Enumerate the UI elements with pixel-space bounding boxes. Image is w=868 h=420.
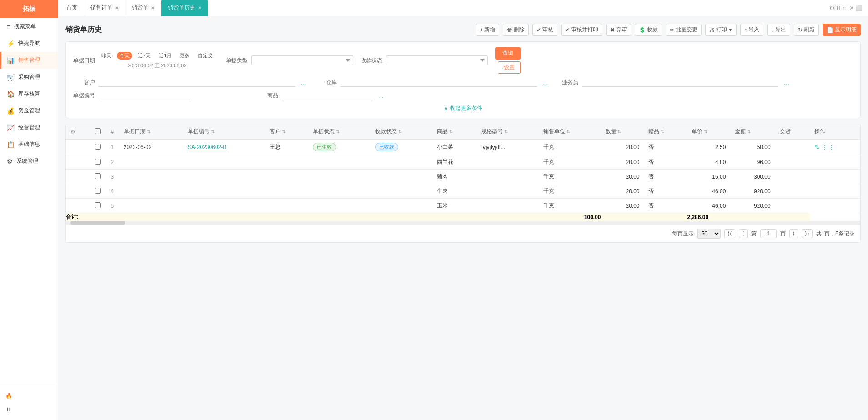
date-tab-more[interactable]: 更多 <box>177 52 192 60</box>
warehouse-input[interactable] <box>341 78 537 87</box>
row-select-checkbox[interactable] <box>95 188 101 194</box>
row-select-checkbox[interactable] <box>95 202 101 208</box>
tab-sales-order[interactable]: 销售订单 ✕ <box>84 0 125 16</box>
row-checkbox[interactable] <box>90 155 105 170</box>
th-doc-date[interactable]: 单据日期 <box>119 124 183 140</box>
query-button[interactable]: 查询 <box>495 47 521 60</box>
th-unit[interactable]: 销售单位 <box>539 124 601 140</box>
th-spec[interactable]: 规格型号 <box>477 124 539 140</box>
window-close-icon[interactable]: ✕ <box>849 5 854 11</box>
th-checkbox[interactable] <box>90 124 105 140</box>
date-tab-today[interactable]: 今天 <box>117 52 132 60</box>
sidebar-item-basic-info[interactable]: 📋 基础信息 <box>0 136 58 153</box>
payment-status-select[interactable] <box>386 55 488 65</box>
sidebar-item-inventory[interactable]: 🏠 库存核算 <box>0 85 58 102</box>
scrollbar-thumb[interactable] <box>70 221 125 225</box>
first-page-btn[interactable]: ⟨⟨ <box>724 229 735 238</box>
next-page-btn[interactable]: ⟩ <box>789 229 798 238</box>
tab-home[interactable]: 首页 <box>60 0 84 16</box>
doc-type-select[interactable] <box>251 55 353 65</box>
row-doc-no[interactable] <box>183 170 265 184</box>
row-doc-no[interactable] <box>183 155 265 170</box>
audit-button[interactable]: ✔ 审核 <box>532 24 557 36</box>
edit-icon[interactable]: ✎ <box>814 144 820 151</box>
filter-collapse-btn[interactable]: ∧ 收起更多条件 <box>73 105 853 112</box>
row-doc-no[interactable]: SA-20230602-0 <box>183 140 265 155</box>
date-tab-yesterday[interactable]: 昨天 <box>99 52 114 60</box>
tab-sales-order-close[interactable]: ✕ <box>115 5 119 10</box>
tab-sales-history[interactable]: 销货单历史 ✕ <box>161 0 208 16</box>
row-num: 2 <box>105 155 119 170</box>
new-button[interactable]: + 新增 <box>476 24 499 36</box>
goods-input[interactable] <box>282 91 373 100</box>
sidebar-bottom-pause[interactable]: ⏸ <box>0 403 58 416</box>
sidebar-item-operations[interactable]: 📈 经营管理 <box>0 119 58 136</box>
customer-input[interactable] <box>99 78 295 87</box>
sidebar-item-purchase-mgmt[interactable]: 🛒 采购管理 <box>0 69 58 85</box>
tab-sales-history-close[interactable]: ✕ <box>198 5 201 10</box>
batch-change-button[interactable]: ✏ 批量变更 <box>666 24 702 36</box>
sidebar-bottom-fire[interactable]: 🔥 <box>0 389 58 403</box>
warehouse-ellipsis[interactable]: ... <box>541 79 550 86</box>
sidebar-item-quick-nav[interactable]: ⚡ 快捷导航 <box>0 35 58 52</box>
finance-icon: 💰 <box>7 107 15 115</box>
prev-page-btn[interactable]: ⟨ <box>739 229 748 238</box>
row-select-checkbox[interactable] <box>95 159 101 165</box>
goods-ellipsis[interactable]: ... <box>376 92 386 100</box>
row-checkbox[interactable] <box>90 184 105 199</box>
set-button[interactable]: 设置 <box>498 61 521 74</box>
tab-sales-delivery[interactable]: 销货单 ✕ <box>125 0 161 16</box>
th-quantity[interactable]: 数量 <box>601 124 644 140</box>
row-goods: 猪肉 <box>432 170 477 184</box>
collect-button[interactable]: 💲 收款 <box>635 24 662 36</box>
more-icon[interactable]: ⋮⋮ <box>822 144 834 151</box>
sidebar-item-system[interactable]: ⚙ 系统管理 <box>0 153 58 170</box>
sidebar-item-finance[interactable]: 💰 资金管理 <box>0 102 58 119</box>
row-doc-no[interactable] <box>183 184 265 199</box>
th-gift[interactable]: 赠品 <box>644 124 687 140</box>
filter-date-group: 单据日期 昨天 今天 近7天 近1月 更多 自定义 2023-06-02 至 2… <box>73 52 219 69</box>
sidebar: 拓据 ≡ 搜索菜单 ⚡ 快捷导航 📊 销售管理 🛒 采购管理 🏠 库存核算 💰 … <box>0 0 58 420</box>
th-amount[interactable]: 金额 <box>730 124 775 140</box>
row-checkbox[interactable] <box>90 170 105 184</box>
show-detail-button[interactable]: 📄 显示明细 <box>823 24 861 36</box>
row-checkbox[interactable] <box>90 140 105 155</box>
doc-no-input[interactable] <box>99 91 190 100</box>
th-customer[interactable]: 客户 <box>265 124 308 140</box>
select-all-checkbox[interactable] <box>95 128 101 134</box>
page-size-select[interactable]: 50 20 100 <box>697 229 721 239</box>
print-button[interactable]: 🖨 打印 ▼ <box>705 24 737 36</box>
th-settings[interactable]: ⚙ <box>66 124 90 140</box>
abandon-button[interactable]: ✖ 弃审 <box>606 24 631 36</box>
date-tab-7days[interactable]: 近7天 <box>135 52 153 60</box>
audit-print-button[interactable]: ✔ 审核并打印 <box>561 24 602 36</box>
horizontal-scrollbar[interactable] <box>66 221 860 225</box>
page-input[interactable] <box>760 229 777 238</box>
row-doc-no[interactable] <box>183 199 265 213</box>
window-max-icon[interactable]: ⬜ <box>856 5 863 11</box>
salesperson-input[interactable] <box>582 78 778 87</box>
doc-type-label: 单据类型 <box>226 57 248 65</box>
sidebar-item-search-menu[interactable]: ≡ 搜索菜单 <box>0 18 58 35</box>
tab-sales-delivery-close[interactable]: ✕ <box>151 5 155 10</box>
th-payment-status[interactable]: 收款状态 <box>371 124 433 140</box>
summary-gap <box>644 213 687 221</box>
last-page-btn[interactable]: ⟩⟩ <box>802 229 813 238</box>
date-tab-custom[interactable]: 自定义 <box>195 52 216 60</box>
th-doc-no[interactable]: 单据编号 <box>183 124 265 140</box>
salesperson-ellipsis[interactable]: ... <box>782 79 791 86</box>
import-button[interactable]: ↑ 导入 <box>740 24 763 36</box>
abandon-label: 弃审 <box>616 26 627 34</box>
th-unit-price[interactable]: 单价 <box>687 124 730 140</box>
row-select-checkbox[interactable] <box>95 173 101 179</box>
th-goods[interactable]: 商品 <box>432 124 477 140</box>
th-doc-status[interactable]: 单据状态 <box>308 124 371 140</box>
refresh-button[interactable]: ↻ 刷新 <box>794 24 819 36</box>
sidebar-item-sales-mgmt[interactable]: 📊 销售管理 <box>0 52 58 69</box>
customer-ellipsis[interactable]: ... <box>299 79 308 86</box>
row-checkbox[interactable] <box>90 199 105 213</box>
date-tab-1month[interactable]: 近1月 <box>156 52 174 60</box>
export-button[interactable]: ↓ 导出 <box>767 24 790 36</box>
delete-button[interactable]: 🗑 删除 <box>503 24 529 36</box>
row-select-checkbox[interactable] <box>95 144 101 150</box>
